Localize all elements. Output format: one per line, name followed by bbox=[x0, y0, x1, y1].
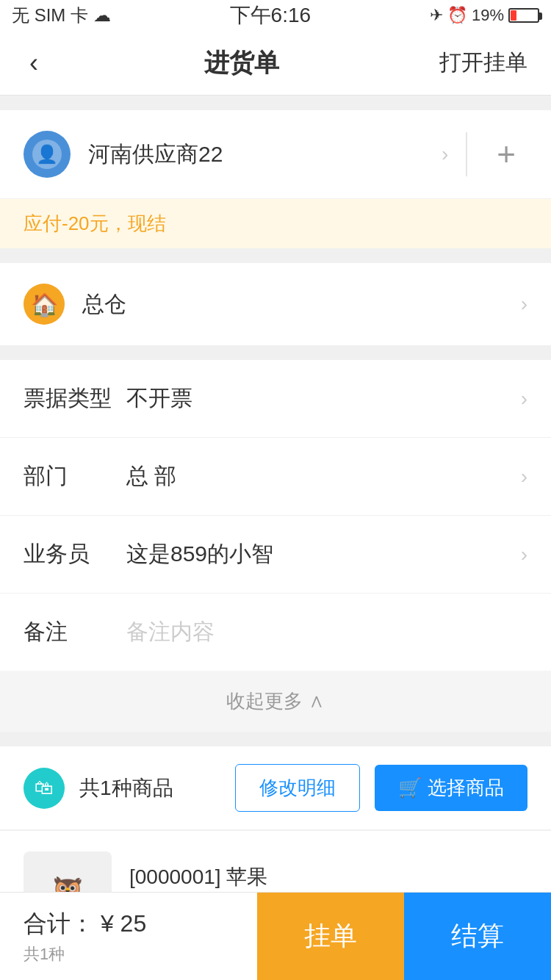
select-product-label: 选择商品 bbox=[428, 775, 504, 801]
page-title: 进货单 bbox=[204, 46, 279, 80]
select-product-button[interactable]: 🛒 选择商品 bbox=[375, 765, 527, 811]
battery-icon bbox=[508, 8, 539, 23]
product-code: [0000001] bbox=[129, 865, 226, 888]
products-icon: 🛍 bbox=[24, 768, 65, 809]
remark-row[interactable]: 备注 备注内容 bbox=[0, 594, 551, 671]
hang-button[interactable]: 挂单 bbox=[257, 893, 404, 981]
battery-percent: 19% bbox=[472, 6, 504, 25]
notice-bar: 应付-20元，现结 bbox=[0, 199, 551, 248]
nav-bar: ‹ 进货单 打开挂单 bbox=[0, 31, 551, 96]
ticket-type-value: 不开票 bbox=[126, 383, 521, 414]
salesperson-chevron-icon: › bbox=[521, 543, 527, 566]
total-value: ¥ 25 bbox=[101, 910, 146, 937]
department-row[interactable]: 部门 总 部 › bbox=[0, 438, 551, 516]
edit-detail-button[interactable]: 修改明细 bbox=[235, 764, 360, 812]
sim-status: 无 SIM 卡 ☁ bbox=[12, 4, 111, 27]
warehouse-chevron-icon: › bbox=[521, 292, 527, 316]
form-section: 票据类型 不开票 › 部门 总 部 › 业务员 这是859的小智 › 备注 备注… bbox=[0, 360, 551, 671]
remark-label: 备注 bbox=[24, 617, 126, 647]
salesperson-value: 这是859的小智 bbox=[126, 539, 521, 569]
ticket-type-chevron-icon: › bbox=[521, 387, 527, 411]
back-button[interactable]: ‹ bbox=[24, 42, 44, 84]
supplier-divider bbox=[466, 132, 467, 176]
remark-input[interactable]: 备注内容 bbox=[126, 617, 527, 647]
cart-icon: 🛒 bbox=[398, 777, 422, 799]
status-time: 下午6:16 bbox=[230, 1, 311, 29]
bottom-bar: 合计： ¥ 25 共1种 挂单 结算 bbox=[0, 892, 551, 980]
product-name: [0000001] 苹果 bbox=[129, 863, 476, 891]
products-count: 共1种商品 bbox=[79, 774, 220, 802]
bottom-total: 合计： ¥ 25 共1种 bbox=[0, 908, 257, 965]
collapse-label: 收起更多 ∧ bbox=[226, 690, 324, 712]
department-label: 部门 bbox=[24, 461, 126, 491]
checkout-button[interactable]: 结算 bbox=[404, 893, 551, 981]
warehouse-name: 总仓 bbox=[82, 289, 521, 320]
battery-fill bbox=[511, 10, 516, 21]
open-hang-button[interactable]: 打开挂单 bbox=[439, 48, 527, 78]
department-chevron-icon: › bbox=[521, 465, 527, 489]
ticket-type-label: 票据类型 bbox=[24, 383, 126, 414]
status-left: 无 SIM 卡 ☁ bbox=[12, 4, 111, 27]
notice-text: 应付-20元，现结 bbox=[24, 212, 166, 234]
supplier-chevron-icon: › bbox=[442, 143, 448, 166]
salesperson-row[interactable]: 业务员 这是859的小智 › bbox=[0, 516, 551, 594]
products-header: 🛍 共1种商品 修改明细 🛒 选择商品 bbox=[0, 746, 551, 829]
location-icon: ✈ bbox=[430, 6, 443, 25]
warehouse-icon: 🏠 bbox=[24, 284, 65, 325]
collapse-bar[interactable]: 收起更多 ∧ bbox=[0, 671, 551, 732]
supplier-section: 👤 河南供应商22 › + 应付-20元，现结 bbox=[0, 110, 551, 248]
add-supplier-button[interactable]: + bbox=[485, 133, 527, 176]
section-gap-1 bbox=[0, 96, 551, 110]
supplier-name: 河南供应商22 bbox=[88, 140, 442, 170]
status-bar: 无 SIM 卡 ☁ 下午6:16 ✈ ⏰ 19% bbox=[0, 0, 551, 31]
total-label: 合计： bbox=[24, 910, 94, 937]
warehouse-row[interactable]: 🏠 总仓 › bbox=[0, 263, 551, 345]
supplier-avatar-inner: 👤 bbox=[32, 140, 62, 169]
salesperson-label: 业务员 bbox=[24, 539, 126, 569]
total-amount: 合计： ¥ 25 bbox=[24, 908, 234, 940]
total-count: 共1种 bbox=[24, 943, 234, 965]
product-title: 苹果 bbox=[226, 865, 267, 888]
status-right: ✈ ⏰ 19% bbox=[430, 6, 539, 25]
department-value: 总 部 bbox=[126, 461, 521, 491]
warehouse-section[interactable]: 🏠 总仓 › bbox=[0, 263, 551, 345]
ticket-type-row[interactable]: 票据类型 不开票 › bbox=[0, 360, 551, 438]
supplier-avatar: 👤 bbox=[24, 131, 71, 178]
supplier-row[interactable]: 👤 河南供应商22 › + bbox=[0, 110, 551, 199]
alarm-icon: ⏰ bbox=[447, 6, 467, 25]
